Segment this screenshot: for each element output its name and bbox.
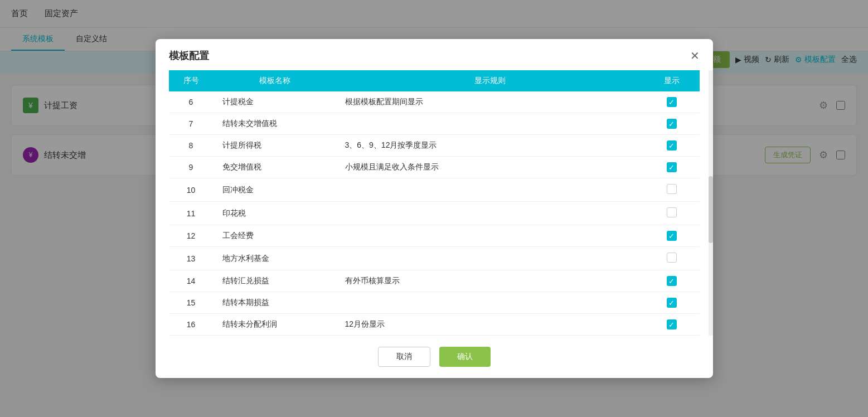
cell-checkbox[interactable] bbox=[644, 314, 700, 336]
table-row: 15结转本期损益 bbox=[169, 292, 700, 314]
cell-seq: 9 bbox=[169, 157, 214, 178]
cell-name: 计提税金 bbox=[214, 91, 336, 113]
cell-name: 计提所得税 bbox=[214, 135, 336, 157]
checkbox-checked[interactable] bbox=[667, 140, 677, 151]
cell-rule bbox=[336, 113, 644, 135]
dialog-scroll-area[interactable]: 序号 模板名称 显示规则 显示 6计提税金根据模板配置期间显示7结转未交增值税8… bbox=[156, 70, 713, 336]
cell-checkbox[interactable] bbox=[644, 157, 700, 178]
checkbox-unchecked[interactable] bbox=[667, 184, 677, 194]
cell-name: 印花税 bbox=[214, 202, 336, 225]
cell-name: 结转未分配利润 bbox=[214, 314, 336, 336]
col-seq: 序号 bbox=[169, 70, 214, 91]
template-config-dialog: 模板配置 ✕ 序号 模板名称 显示规则 显示 6计提税金根据模板配置期间显示7结… bbox=[156, 39, 713, 378]
cell-seq: 7 bbox=[169, 113, 214, 135]
table-header: 序号 模板名称 显示规则 显示 bbox=[169, 70, 700, 91]
table-row: 16结转未分配利润12月份显示 bbox=[169, 314, 700, 336]
cell-checkbox[interactable] bbox=[644, 135, 700, 157]
cell-seq: 16 bbox=[169, 314, 214, 336]
cell-checkbox[interactable] bbox=[644, 292, 700, 314]
table-row: 10回冲税金 bbox=[169, 178, 700, 202]
cell-checkbox[interactable] bbox=[644, 202, 700, 225]
checkbox-checked[interactable] bbox=[667, 276, 677, 286]
table-row: 11印花税 bbox=[169, 202, 700, 225]
cell-rule bbox=[336, 202, 644, 225]
cell-rule: 3、6、9、12月按季度显示 bbox=[336, 135, 644, 157]
cell-rule bbox=[336, 292, 644, 314]
checkbox-checked[interactable] bbox=[667, 319, 677, 329]
col-name: 模板名称 bbox=[214, 70, 336, 91]
cell-name: 地方水利基金 bbox=[214, 247, 336, 270]
cell-seq: 15 bbox=[169, 292, 214, 314]
dialog-header: 模板配置 ✕ bbox=[156, 39, 713, 70]
cell-name: 结转本期损益 bbox=[214, 292, 336, 314]
cell-seq: 8 bbox=[169, 135, 214, 157]
template-table: 序号 模板名称 显示规则 显示 6计提税金根据模板配置期间显示7结转未交增值税8… bbox=[169, 70, 700, 336]
cell-seq: 12 bbox=[169, 225, 214, 247]
checkbox-checked[interactable] bbox=[667, 119, 677, 129]
col-display: 显示 bbox=[644, 70, 700, 91]
cell-seq: 6 bbox=[169, 91, 214, 113]
table-row: 12工会经费 bbox=[169, 225, 700, 247]
table-row: 13地方水利基金 bbox=[169, 247, 700, 270]
cell-rule: 12月份显示 bbox=[336, 314, 644, 336]
table-row: 7结转未交增值税 bbox=[169, 113, 700, 135]
table-body: 6计提税金根据模板配置期间显示7结转未交增值税8计提所得税3、6、9、12月按季… bbox=[169, 91, 700, 336]
scrollbar-track bbox=[709, 70, 713, 336]
checkbox-checked[interactable] bbox=[667, 162, 677, 172]
cell-rule bbox=[336, 178, 644, 202]
cell-name: 免交增值税 bbox=[214, 157, 336, 178]
cell-checkbox[interactable] bbox=[644, 91, 700, 113]
cell-rule: 有外币核算显示 bbox=[336, 270, 644, 292]
cell-seq: 14 bbox=[169, 270, 214, 292]
dialog-scroll-wrapper: 序号 模板名称 显示规则 显示 6计提税金根据模板配置期间显示7结转未交增值税8… bbox=[156, 70, 713, 336]
cell-seq: 11 bbox=[169, 202, 214, 225]
confirm-button[interactable]: 确认 bbox=[439, 347, 491, 367]
cancel-button[interactable]: 取消 bbox=[378, 347, 430, 367]
cell-name: 工会经费 bbox=[214, 225, 336, 247]
scrollbar-thumb[interactable] bbox=[709, 176, 713, 243]
cell-checkbox[interactable] bbox=[644, 225, 700, 247]
cell-rule: 小规模且满足收入条件显示 bbox=[336, 157, 644, 178]
table-row: 9免交增值税小规模且满足收入条件显示 bbox=[169, 157, 700, 178]
dialog-close-button[interactable]: ✕ bbox=[690, 50, 700, 61]
cell-name: 结转未交增值税 bbox=[214, 113, 336, 135]
checkbox-checked[interactable] bbox=[667, 298, 677, 308]
dialog-footer: 取消 确认 bbox=[156, 336, 713, 378]
checkbox-unchecked[interactable] bbox=[667, 207, 677, 217]
checkbox-checked[interactable] bbox=[667, 231, 677, 241]
dialog-title: 模板配置 bbox=[169, 49, 209, 62]
cell-checkbox[interactable] bbox=[644, 247, 700, 270]
table-row: 8计提所得税3、6、9、12月按季度显示 bbox=[169, 135, 700, 157]
table-row: 6计提税金根据模板配置期间显示 bbox=[169, 91, 700, 113]
table-row: 14结转汇兑损益有外币核算显示 bbox=[169, 270, 700, 292]
cell-checkbox[interactable] bbox=[644, 270, 700, 292]
cell-seq: 10 bbox=[169, 178, 214, 202]
cell-rule bbox=[336, 247, 644, 270]
cell-checkbox[interactable] bbox=[644, 113, 700, 135]
checkbox-unchecked[interactable] bbox=[667, 253, 677, 263]
col-rule: 显示规则 bbox=[336, 70, 644, 91]
checkbox-checked[interactable] bbox=[667, 97, 677, 107]
cell-name: 结转汇兑损益 bbox=[214, 270, 336, 292]
cell-checkbox[interactable] bbox=[644, 178, 700, 202]
cell-rule: 根据模板配置期间显示 bbox=[336, 91, 644, 113]
cell-seq: 13 bbox=[169, 247, 214, 270]
cell-rule bbox=[336, 225, 644, 247]
cell-name: 回冲税金 bbox=[214, 178, 336, 202]
